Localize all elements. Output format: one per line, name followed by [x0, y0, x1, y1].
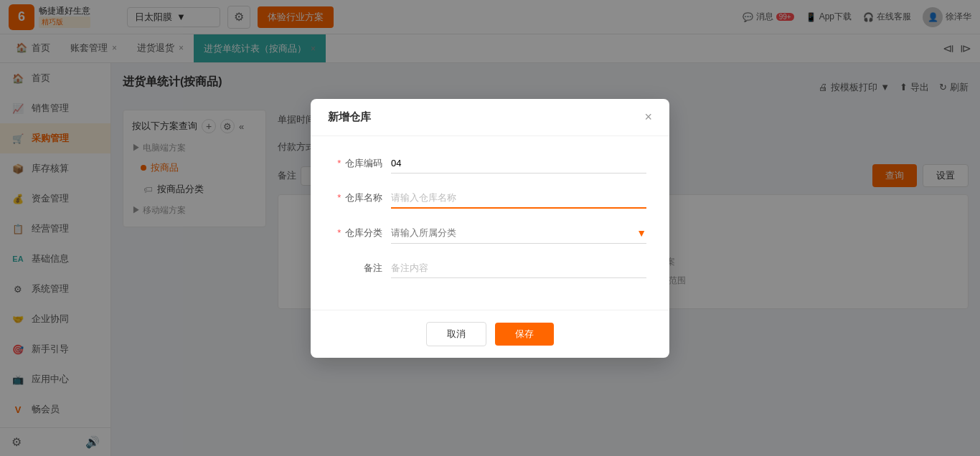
remark-label-modal: 备注 [334, 262, 391, 275]
category-dropdown-icon: ▼ [636, 227, 646, 239]
form-row-name: * 仓库名称 [334, 188, 646, 209]
save-button[interactable]: 保存 [495, 323, 554, 346]
modal-overlay: 新增仓库 × * 仓库编码 * 仓库名称 [0, 0, 980, 456]
cancel-button[interactable]: 取消 [426, 322, 486, 346]
form-row-remark: 备注 [334, 258, 646, 278]
modal-footer: 取消 保存 [311, 310, 669, 358]
warehouse-remark-input[interactable] [391, 258, 646, 278]
warehouse-name-input[interactable] [391, 188, 646, 209]
category-select-row[interactable]: ▼ [391, 223, 646, 244]
warehouse-code-input[interactable] [391, 153, 646, 174]
code-label: * 仓库编码 [334, 157, 391, 170]
form-row-category: * 仓库分类 ▼ [334, 223, 646, 244]
name-label: * 仓库名称 [334, 191, 391, 204]
modal-header: 新增仓库 × [311, 99, 669, 136]
category-select-input[interactable] [391, 227, 636, 238]
modal-close-button[interactable]: × [644, 110, 652, 123]
category-label-modal: * 仓库分类 [334, 227, 391, 239]
modal-title: 新增仓库 [328, 110, 371, 124]
add-warehouse-modal: 新增仓库 × * 仓库编码 * 仓库名称 [311, 99, 669, 358]
form-row-code: * 仓库编码 [334, 153, 646, 174]
modal-body: * 仓库编码 * 仓库名称 * 仓库分类 [311, 136, 669, 310]
